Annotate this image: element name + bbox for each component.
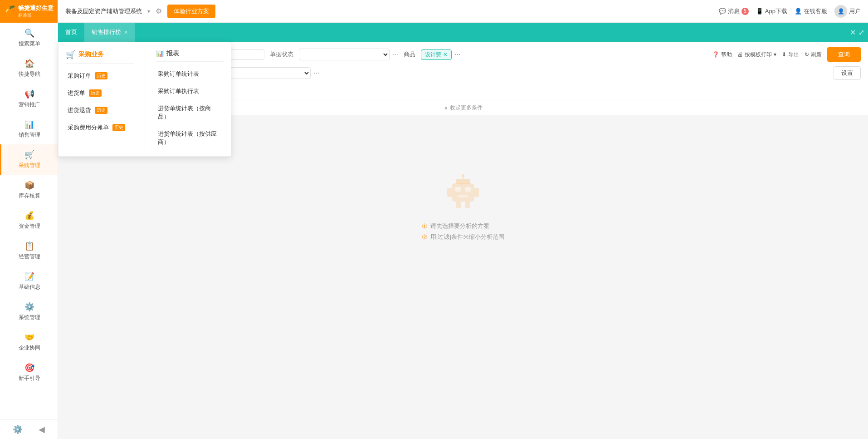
tab-sales-rank-label: 销售排行榜	[92, 28, 121, 36]
basic-icon: 📝	[24, 271, 34, 281]
dropdown-item-report-stock-goods[interactable]: 进货单统计表（按商品）	[156, 102, 224, 123]
goods-tag-close-icon[interactable]: ✕	[443, 51, 448, 58]
help-btn[interactable]: ❓ 帮助	[712, 51, 732, 59]
dropdown-item-purchase-expense[interactable]: 采购费用分摊单 历史	[66, 121, 134, 134]
dropdown-purchase-header: 🛒 采购业务	[66, 49, 134, 64]
sidebar: 🍊 畅捷通好生意 标准版 🔍 搜索菜单 🏠 快捷导航 📢 营销推广 📊 销售管理…	[0, 0, 58, 439]
svg-rect-5	[465, 187, 471, 192]
dropdown-report-col: 📊 报表 采购订单统计表 采购订单执行表 进货单统计表（按商品） 进货单统计表（…	[156, 49, 224, 149]
dropdown-item-report-order-exec[interactable]: 采购订单执行表	[156, 84, 224, 98]
sidebar-item-enterprise[interactable]: 🤝 企业协同	[0, 327, 58, 357]
tab-home[interactable]: 首页	[58, 23, 84, 42]
sidebar-item-marketing[interactable]: 📢 营销推广	[0, 84, 58, 114]
purchase-section-title: 采购业务	[78, 50, 104, 59]
sidebar-item-sales[interactable]: 📊 销售管理	[0, 114, 58, 144]
guide-icon: 🎯	[24, 363, 34, 373]
sidebar-item-purchase[interactable]: 🛒 采购管理	[0, 144, 58, 175]
sidebar-label-operation: 经营管理	[19, 253, 40, 261]
header: 装备及固定资产辅助管理系统 ▾ ⚙ 体验行业方案 💬 消息 5 📱 App下载 …	[58, 0, 868, 23]
salesman-more-icon[interactable]: ···	[313, 69, 319, 77]
order-status-label: 单据状态	[270, 50, 293, 59]
export-icon: ⬇	[782, 51, 786, 58]
phone-icon: 📱	[756, 8, 763, 15]
message-badge: 5	[741, 8, 749, 15]
sidebar-label-sales: 销售管理	[19, 131, 40, 139]
purchase-order-label: 采购订单	[68, 72, 91, 80]
svg-rect-0	[452, 183, 474, 202]
export-btn[interactable]: ⬇ 导出	[782, 51, 799, 59]
sidebar-item-operation[interactable]: 📋 经营管理	[0, 236, 58, 266]
svg-rect-7	[447, 188, 452, 197]
svg-rect-9	[456, 202, 461, 208]
refresh-icon: ↻	[805, 51, 809, 58]
marketing-icon: 📢	[24, 89, 34, 99]
tab-home-label: 首页	[65, 28, 77, 36]
sidebar-item-basic[interactable]: 📝 基础信息	[0, 266, 58, 296]
dropdown-item-purchase-return[interactable]: 进货退货 历史	[66, 104, 134, 117]
hint-bullet-1: ①	[422, 222, 428, 230]
sidebar-item-search[interactable]: 🔍 搜索菜单	[0, 23, 58, 53]
order-status-select[interactable]	[299, 49, 390, 60]
message-icon: 💬	[719, 8, 726, 15]
sidebar-label-marketing: 营销推广	[19, 101, 40, 109]
dropdown-menu: 🛒 采购业务 采购订单 历史 进货单 历史 进货退货 历史 采购费用分摊单 历史	[58, 42, 231, 157]
sidebar-item-finance[interactable]: 💰 资金管理	[0, 205, 58, 236]
refresh-btn[interactable]: ↻ 刷新	[805, 51, 822, 59]
sidebar-label-basic: 基础信息	[19, 283, 40, 291]
sidebar-item-guide[interactable]: 🎯 新手引导	[0, 357, 58, 388]
search-icon: 🔍	[24, 28, 34, 38]
header-dropdown-icon[interactable]: ▾	[147, 8, 150, 15]
operation-icon: 📋	[24, 241, 34, 251]
app-download-label: App下载	[765, 7, 787, 15]
industry-btn[interactable]: 体验行业方案	[167, 5, 215, 18]
collapse-sidebar-icon[interactable]: ◀	[39, 424, 45, 434]
app-download-btn[interactable]: 📱 App下载	[756, 7, 787, 15]
svg-rect-10	[465, 202, 470, 208]
finance-icon: 💰	[24, 211, 34, 221]
goods-more-icon[interactable]: ···	[454, 50, 460, 59]
purchase-expense-label: 采购费用分摊单	[68, 123, 109, 132]
query-button[interactable]: 查询	[827, 47, 861, 62]
sidebar-label-purchase: 采购管理	[19, 162, 40, 169]
report-dropdown-icon: 📊	[156, 50, 164, 57]
message-btn[interactable]: 💬 消息 5	[719, 7, 749, 15]
avatar: 👤	[834, 5, 847, 18]
enterprise-icon: 🤝	[24, 332, 34, 342]
salesman-select[interactable]	[220, 67, 311, 79]
tab-maximize-icon[interactable]: ⤢	[858, 28, 864, 37]
dropdown-item-report-stock-supplier[interactable]: 进货单统计表（按供应商）	[156, 127, 224, 149]
online-service-btn[interactable]: 👤 在线客服	[795, 7, 827, 15]
sidebar-item-quicknav[interactable]: 🏠 快捷导航	[0, 53, 58, 84]
print-btn[interactable]: 🖨 按模板打印 ▾	[737, 51, 776, 59]
header-right: 💬 消息 5 📱 App下载 👤 在线客服 👤 用户	[719, 5, 861, 18]
goods-tag-text: 设计费	[425, 51, 441, 59]
settings-bottom-icon[interactable]: ⚙️	[13, 424, 23, 434]
sidebar-logo: 🍊 畅捷通好生意 标准版	[0, 0, 58, 23]
tab-close-icon[interactable]: ✕	[124, 30, 128, 35]
settings-button[interactable]: 设置	[834, 66, 861, 80]
collapse-label: 收起更多条件	[450, 104, 483, 112]
header-gear-icon[interactable]: ⚙	[156, 7, 162, 15]
order-status-more-icon[interactable]: ···	[392, 50, 398, 59]
dropdown-item-purchase-stock[interactable]: 进货单 历史	[66, 86, 134, 100]
svg-rect-8	[474, 188, 479, 197]
dropdown-report-header: 📊 报表	[156, 49, 224, 62]
message-label: 消息	[728, 7, 740, 15]
tab-sales-rank[interactable]: 销售排行榜 ✕	[84, 23, 135, 42]
empty-hint-2: 用[过滤]条件来缩小分析范围	[430, 233, 504, 241]
sidebar-label-finance: 资金管理	[19, 222, 40, 230]
dropdown-item-report-order-summary[interactable]: 采购订单统计表	[156, 67, 224, 81]
user-btn[interactable]: 👤 用户	[834, 5, 861, 18]
print-dropdown-icon[interactable]: ▾	[774, 51, 776, 58]
history-badge-4: 历史	[112, 124, 125, 131]
inventory-icon: 📦	[24, 180, 34, 190]
sidebar-item-inventory[interactable]: 📦 库存核算	[0, 175, 58, 205]
purchase-dropdown-icon: 🛒	[66, 49, 76, 59]
sidebar-label-enterprise: 企业协同	[19, 344, 40, 352]
dropdown-item-purchase-order[interactable]: 采购订单 历史	[66, 69, 134, 83]
goods-tag: 设计费 ✕	[421, 49, 452, 60]
sidebar-item-system[interactable]: ⚙️ 系统管理	[0, 296, 58, 327]
hint-bullet-2: ②	[422, 233, 428, 241]
tab-close-right-icon[interactable]: ✕	[850, 28, 856, 37]
system-icon: ⚙️	[24, 302, 34, 312]
